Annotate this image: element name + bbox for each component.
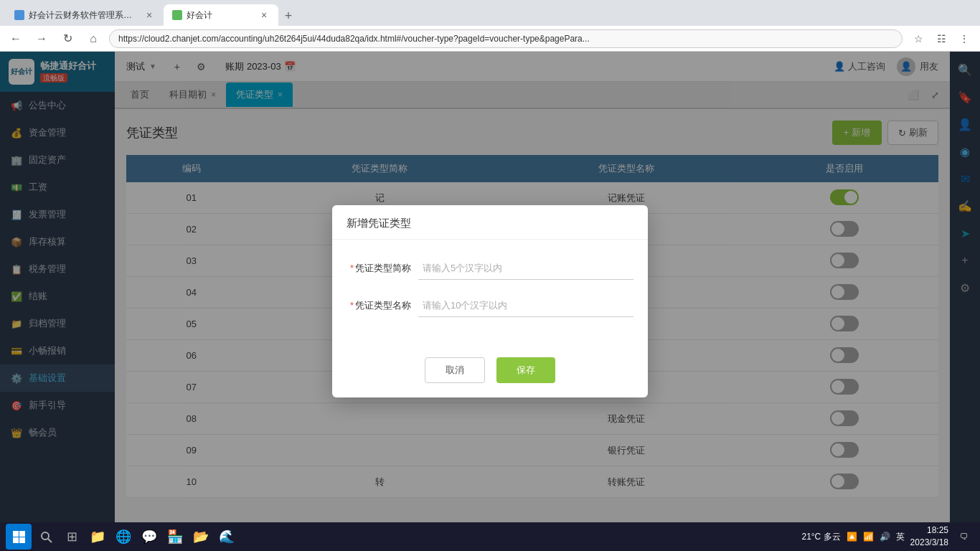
address-input[interactable] [109, 29, 903, 48]
taskbar-chrome-icon[interactable]: 🌐 [112, 525, 135, 548]
settings-dots-icon[interactable]: ⋮ [954, 29, 974, 49]
dialog-header: 新增凭证类型 [332, 205, 648, 240]
new-tab-button[interactable]: + [278, 6, 298, 26]
address-bar: ← → ↻ ⌂ ☆ ☷ ⋮ [0, 26, 980, 52]
tab1-label: 好会计云财务软件管理系统_会计 [29, 9, 139, 22]
dialog-body: *凭证类型简称 *凭证类型名称 [332, 240, 648, 349]
browser-tab-2[interactable]: 好会计 × [164, 4, 278, 26]
svg-point-4 [42, 532, 49, 540]
taskbar-weather: 21°C 多云 [801, 531, 840, 543]
taskbar-view-icon[interactable]: ⊞ [60, 525, 83, 548]
forward-button[interactable]: → [32, 29, 52, 49]
taskbar-time: 18:25 2023/3/18 [910, 524, 948, 549]
extensions-icon[interactable]: ☷ [931, 29, 951, 49]
tab-bar: 好会计云财务软件管理系统_会计 × 好会计 × + [0, 0, 980, 26]
browser-chrome: 好会计云财务软件管理系统_会计 × 好会计 × + ← → ↻ ⌂ ☆ ☷ ⋮ [0, 0, 980, 52]
taskbar-files-icon[interactable]: 📂 [189, 525, 212, 548]
abbr-required-mark: * [350, 263, 354, 273]
bookmark-star-icon[interactable]: ☆ [908, 29, 928, 49]
refresh-nav-button[interactable]: ↻ [57, 29, 77, 49]
abbr-label: *凭证类型简称 [347, 262, 418, 275]
start-button[interactable] [6, 524, 32, 550]
back-button[interactable]: ← [6, 29, 26, 49]
name-required-mark: * [350, 300, 354, 311]
svg-rect-1 [19, 531, 25, 537]
tab1-close[interactable]: × [143, 9, 155, 21]
taskbar-explorer-icon[interactable]: 📁 [86, 525, 109, 548]
taskbar-wechat-icon[interactable]: 💬 [138, 525, 161, 548]
time-display: 18:25 [910, 524, 948, 537]
dialog-footer: 取消 保存 [332, 349, 648, 397]
tab2-favicon [172, 10, 182, 20]
cancel-button[interactable]: 取消 [425, 357, 485, 383]
taskbar-signal-icon: 📶 [863, 532, 874, 542]
taskbar-store-icon[interactable]: 🏪 [164, 525, 187, 548]
save-button[interactable]: 保存 [496, 357, 555, 383]
form-row-abbr: *凭证类型简称 [347, 257, 633, 280]
dialog: 新增凭证类型 *凭证类型简称 *凭证类型名称 取消 保存 [332, 205, 648, 397]
svg-rect-3 [19, 537, 25, 543]
home-nav-button[interactable]: ⌂ [83, 29, 103, 49]
form-row-name: *凭证类型名称 [347, 294, 633, 317]
notification-button[interactable]: 🗨 [954, 527, 974, 547]
name-label: *凭证类型名称 [347, 299, 418, 312]
dialog-title: 新增凭证类型 [347, 217, 411, 229]
svg-rect-2 [13, 537, 19, 543]
taskbar-right: 21°C 多云 🔼 📶 🔊 英 18:25 2023/3/18 🗨 [801, 524, 974, 549]
taskbar-edge-icon[interactable]: 🌊 [215, 525, 238, 548]
tab2-label: 好会计 [187, 9, 254, 22]
svg-rect-0 [13, 531, 19, 537]
taskbar-arrow-icon: 🔼 [847, 532, 857, 542]
date-display: 2023/3/18 [910, 537, 948, 549]
name-input[interactable] [418, 294, 633, 317]
browser-tab-1[interactable]: 好会计云财务软件管理系统_会计 × [6, 4, 164, 26]
taskbar-search-icon[interactable] [34, 525, 57, 548]
tab1-favicon [14, 10, 24, 20]
modal-overlay[interactable]: 新增凭证类型 *凭证类型简称 *凭证类型名称 取消 保存 [0, 52, 980, 551]
browser-actions: ☆ ☷ ⋮ [908, 29, 974, 49]
tab2-close[interactable]: × [258, 9, 270, 21]
svg-line-5 [48, 539, 52, 542]
taskbar-language: 英 [896, 531, 905, 543]
taskbar-sound-icon: 🔊 [880, 532, 890, 542]
taskbar: ⊞ 📁 🌐 💬 🏪 📂 🌊 21°C 多云 🔼 📶 🔊 英 18:25 2023… [0, 522, 980, 551]
abbr-input[interactable] [418, 257, 633, 280]
